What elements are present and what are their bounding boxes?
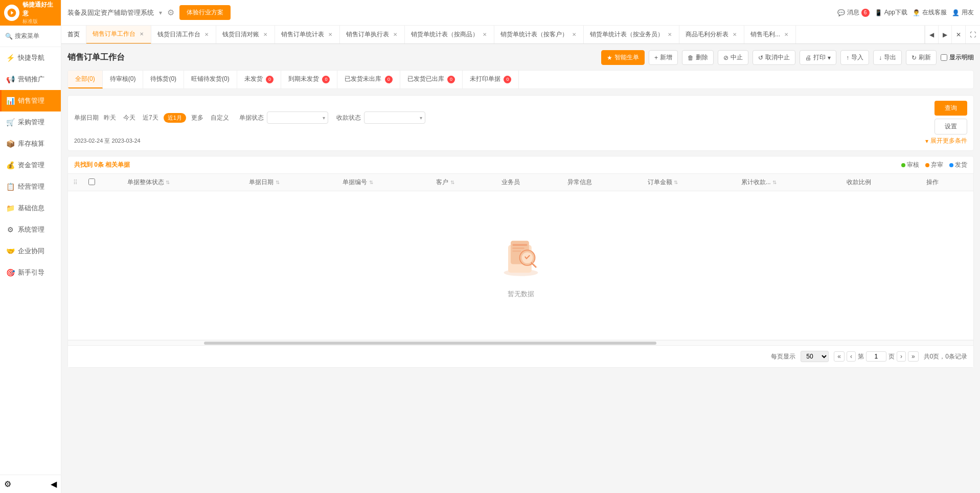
tab-gross-margin[interactable]: 商品毛利分析表 ✕ (679, 26, 744, 44)
subtab-all[interactable]: 全部(0) (68, 71, 103, 88)
collapse-icon[interactable]: ◀ (51, 479, 57, 489)
select-all-checkbox[interactable] (88, 178, 95, 185)
close-tab-shipment-customer[interactable]: ✕ (571, 31, 577, 38)
tab-sales-exec[interactable]: 销售订单执行表 ✕ (340, 26, 405, 44)
system-dropdown-icon[interactable]: ▾ (159, 9, 162, 16)
search-menu-btn[interactable]: 🔍 搜索菜单 (3, 30, 58, 42)
subtab-pending-pick[interactable]: 待拣货(0) (143, 71, 184, 88)
setting-btn[interactable]: 设置 (935, 119, 967, 135)
sidebar-item-finance[interactable]: 💰 资金管理 (0, 154, 61, 176)
col-received[interactable]: 累计收款... ⇅ (736, 174, 841, 191)
sidebar-item-inventory[interactable]: 📦 库存核算 (0, 133, 61, 154)
col-date[interactable]: 单据日期 ⇅ (244, 174, 337, 191)
date-opt-1month[interactable]: 近1月 (164, 113, 186, 123)
ship-batch-btn[interactable]: 发货 (949, 161, 967, 169)
settings-icon[interactable]: ⚙ (4, 479, 11, 489)
page-first-btn[interactable]: « (834, 351, 845, 362)
unaudit-dot-icon (925, 163, 929, 167)
page-prev-btn[interactable]: ‹ (847, 351, 856, 362)
tab-reconciliation[interactable]: 钱货日清对账 ✕ (216, 26, 275, 44)
tab-shipment-customer[interactable]: 销货单统计表（按客户） ✕ (494, 26, 584, 44)
sidebar-item-purchase[interactable]: 🛒 采购管理 (0, 111, 61, 133)
refresh-btn[interactable]: ↻ 刷新 (906, 50, 937, 65)
page-last-btn[interactable]: » (908, 351, 919, 362)
sidebar-item-baseinfo[interactable]: 📁 基础信息 (0, 197, 61, 219)
industry-btn[interactable]: 体验行业方案 (179, 5, 231, 20)
tab-prev-btn[interactable]: ◀ (925, 26, 938, 44)
subtab-unshipped[interactable]: 未发货 0 (237, 71, 281, 88)
import-btn[interactable]: ↑ 导入 (840, 50, 869, 65)
tab-home[interactable]: 首页 (61, 26, 86, 44)
page-number-input[interactable] (866, 351, 886, 362)
subtab-shipped-warehoused[interactable]: 已发货已出库 0 (400, 71, 463, 88)
close-tab-reconciliation[interactable]: ✕ (262, 31, 268, 38)
tab-sales-stats[interactable]: 销售订单统计表 ✕ (275, 26, 340, 44)
expand-more-btn[interactable]: ▾ 展开更多条件 (925, 137, 967, 145)
tab-next-btn[interactable]: ▶ (938, 26, 951, 44)
export-btn[interactable]: ↓ 导出 (873, 50, 902, 65)
tab-cash-daily[interactable]: 钱货日清工作台 ✕ (151, 26, 216, 44)
app-download-btn[interactable]: 📱 App下载 (875, 8, 907, 17)
sidebar-item-quicknav[interactable]: ⚡ 快捷导航 (0, 47, 61, 69)
status-select[interactable] (267, 111, 328, 124)
col-status[interactable]: 单据整体状态 ⇅ (122, 174, 244, 191)
unaudit-batch-btn[interactable]: 弃审 (925, 161, 943, 169)
close-tab-sales-workbench[interactable]: ✕ (139, 30, 145, 38)
tab-close-btn[interactable]: ✕ (951, 26, 965, 44)
close-tab-cash-daily[interactable]: ✕ (203, 31, 210, 38)
tab-sales-workbench[interactable]: 销售订单工作台 ✕ (86, 26, 151, 44)
settings-gear-icon[interactable]: ⚙ (167, 8, 174, 17)
online-service-btn[interactable]: 👨‍💼 在线客服 (913, 8, 947, 17)
tab-shipment-salesperson[interactable]: 销货单统计表（按业务员） ✕ (584, 26, 679, 44)
sidebar-search[interactable]: 🔍 搜索菜单 (0, 26, 61, 47)
stop-btn[interactable]: ⊘ 中止 (718, 50, 748, 65)
sidebar-item-system[interactable]: ⚙ 系统管理 (0, 219, 61, 240)
sidebar-item-sales[interactable]: 📊 销售管理 (0, 90, 61, 111)
close-tab-sales-gross[interactable]: ✕ (783, 31, 789, 38)
show-detail-checkbox-label[interactable]: 显示明细 (941, 53, 974, 62)
date-opt-more[interactable]: 更多 (189, 113, 206, 123)
sidebar-item-guide[interactable]: 🎯 新手引导 (0, 262, 61, 283)
message-btn[interactable]: 💬 消息 6 (837, 8, 870, 17)
query-btn[interactable]: 查询 (935, 101, 967, 116)
audit-batch-btn[interactable]: 审核 (901, 161, 919, 169)
sort-number-icon: ⇅ (369, 180, 373, 185)
receipt-select[interactable] (364, 111, 425, 124)
tab-fullscreen-btn[interactable]: ⛶ (965, 26, 980, 44)
cancel-stop-btn[interactable]: ↺ 取消中止 (753, 50, 795, 65)
page-next-btn[interactable]: › (897, 351, 906, 362)
date-options: 昨天 今天 近7天 近1月 更多 自定义 (102, 113, 231, 123)
sidebar-item-marketing[interactable]: 📢 营销推广 (0, 69, 61, 90)
col-exception: 异常信息 (562, 174, 643, 191)
user-btn[interactable]: 👤 用友 (952, 8, 974, 17)
col-amount[interactable]: 订单金额 ⇅ (643, 174, 736, 191)
per-page-select[interactable]: 50 100 200 (801, 351, 829, 362)
subtab-overdue-unshipped[interactable]: 到期未发货 0 (281, 71, 337, 88)
date-opt-today[interactable]: 今天 (121, 113, 138, 123)
print-btn[interactable]: 🖨 打印 ▾ (800, 50, 836, 65)
tab-sales-gross[interactable]: 销售毛利... ✕ (744, 26, 796, 44)
tab-shipment-product[interactable]: 销货单统计表（按商品） ✕ (405, 26, 494, 44)
filter-row-2: 2023-02-24 至 2023-03-24 ▾ 展开更多条件 (74, 137, 967, 145)
show-detail-checkbox[interactable] (941, 54, 947, 61)
subtab-wangpu-ship[interactable]: 旺铺待发货(0) (184, 71, 237, 88)
col-customer[interactable]: 客户 ⇅ (431, 174, 496, 191)
date-opt-custom[interactable]: 自定义 (209, 113, 231, 123)
horizontal-scrollbar[interactable] (68, 340, 973, 345)
subtab-unprinted[interactable]: 未打印单据 0 (463, 71, 519, 88)
subtab-shipped-not-warehoused[interactable]: 已发货未出库 0 (337, 71, 400, 88)
subtab-pending-audit[interactable]: 待审核(0) (103, 71, 144, 88)
col-number[interactable]: 单据编号 ⇅ (337, 174, 431, 191)
date-opt-7days[interactable]: 近7天 (141, 113, 161, 123)
add-btn[interactable]: + 新增 (649, 50, 678, 65)
sidebar-item-ops[interactable]: 📋 经营管理 (0, 176, 61, 197)
date-opt-yesterday[interactable]: 昨天 (102, 113, 118, 123)
delete-btn[interactable]: 🗑 删除 (682, 50, 714, 65)
close-tab-shipment-salesperson[interactable]: ✕ (667, 31, 673, 38)
close-tab-sales-stats[interactable]: ✕ (327, 31, 333, 38)
close-tab-gross-margin[interactable]: ✕ (732, 31, 738, 38)
sidebar-item-collab[interactable]: 🤝 企业协同 (0, 240, 61, 262)
smart-gen-btn[interactable]: ★ 智能生单 (601, 50, 645, 65)
close-tab-sales-exec[interactable]: ✕ (392, 31, 398, 38)
close-tab-shipment-product[interactable]: ✕ (482, 31, 488, 38)
